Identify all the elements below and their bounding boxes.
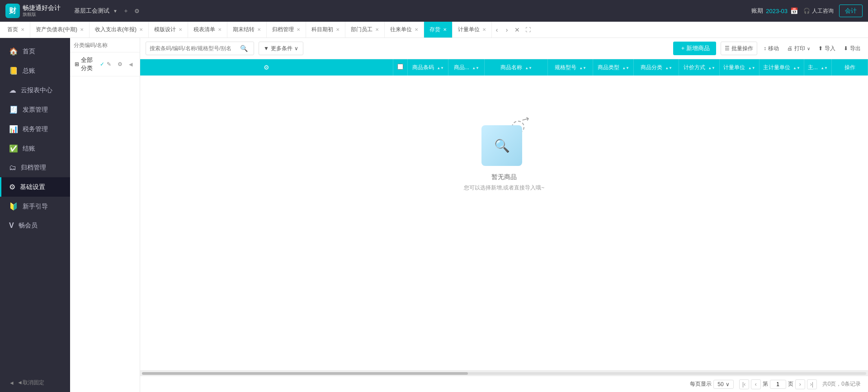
tab-tax-close[interactable]: ✕	[218, 27, 222, 32]
sidebar-item-tax[interactable]: 📊 税务管理	[0, 119, 70, 139]
sidebar: 🏠 首页 📒 总账 ☁ 云报表中心 🧾 发票管理 📊 税务管理 ✅ 结账 🗂 归…	[0, 38, 70, 392]
page-number-input[interactable]	[770, 380, 786, 389]
sort-category-icon[interactable]: ▲▼	[665, 66, 672, 70]
sidebar-item-archive[interactable]: 🗂 归档管理	[0, 158, 70, 177]
tab-home[interactable]: 首页 ✕	[2, 22, 30, 38]
tab-archive[interactable]: 归档管理 ✕	[267, 22, 306, 38]
category-settings-icon[interactable]: ⚙	[115, 60, 124, 69]
sort-unit-icon[interactable]: ▲▼	[748, 66, 755, 70]
sidebar-item-checkout[interactable]: ✅ 结账	[0, 139, 70, 158]
sidebar-item-settings[interactable]: ⚙ 基础设置	[0, 177, 70, 197]
main-content: 🔍 ▼ 更多条件 ∨ + 新增商品 ☰ 批量操作	[140, 38, 868, 392]
batch-button[interactable]: ☰ 批量操作	[721, 42, 757, 55]
calendar-icon[interactable]: 📅	[790, 7, 798, 14]
tab-contacts[interactable]: 往来单位 ✕	[385, 22, 424, 38]
tab-home-close[interactable]: ✕	[21, 27, 24, 32]
select-all-checkbox[interactable]	[397, 64, 403, 70]
sort-barcode-icon[interactable]: ▲▼	[437, 66, 444, 70]
page-first-btn[interactable]: |‹	[739, 379, 749, 389]
tab-period-end[interactable]: 期末结转 ✕	[227, 22, 267, 38]
sort-main-unit-icon[interactable]: ▲▼	[793, 66, 800, 70]
page-last-btn[interactable]: ›|	[807, 379, 817, 389]
filter-button[interactable]: ▼ 更多条件 ∨	[259, 42, 303, 55]
sidebar-checkout-label: 结账	[23, 145, 35, 153]
add-company-icon[interactable]: ＋	[123, 7, 129, 15]
sidebar-collapse-btn[interactable]: ◄ ◄取消固定	[0, 373, 70, 392]
category-panel: 🔍 ⊞ 全部分类 ✓ ✎ ⚙ ◀	[70, 38, 140, 392]
page-next-btn[interactable]: ›	[795, 379, 805, 389]
table-header-row: ⚙ 商品条码 ▲▼ 商品... ▲▼	[140, 59, 868, 76]
batch-icon: ☰	[725, 45, 730, 52]
sidebar-item-guide[interactable]: 🔰 新手引导	[0, 197, 70, 216]
tab-dept[interactable]: 部门员工 ✕	[345, 22, 385, 38]
tab-tax-label: 税表清单	[193, 26, 215, 33]
tab-contacts-close[interactable]: ✕	[415, 27, 418, 32]
th-checkbox[interactable]	[393, 59, 408, 76]
th-col3: 主... ▲▼	[804, 59, 831, 76]
sidebar-home-label: 首页	[23, 47, 35, 56]
sort-price-icon[interactable]: ▲▼	[708, 66, 715, 70]
export-button[interactable]: ⬇ 导出	[842, 42, 863, 55]
tab-next-btn[interactable]: ›	[502, 25, 512, 35]
tab-inventory[interactable]: 存货 ✕	[424, 22, 453, 38]
sidebar-item-invoice[interactable]: 🧾 发票管理	[0, 100, 70, 119]
sort-spec-icon[interactable]: ▲▼	[579, 66, 586, 70]
tab-tax[interactable]: 税表清单 ✕	[188, 22, 227, 38]
tab-template[interactable]: 模版设计 ✕	[149, 22, 188, 38]
print-button[interactable]: 🖨 打印 ∨	[785, 42, 812, 55]
tab-unit-close[interactable]: ✕	[482, 27, 486, 32]
th-settings[interactable]: ⚙	[140, 59, 393, 76]
invoice-icon: 🧾	[9, 105, 18, 114]
tab-period-end-close[interactable]: ✕	[257, 27, 261, 32]
company-selector[interactable]: 基层工会测试 ▼ ＋ ⚙	[74, 7, 746, 15]
app-header: 财 畅捷通好会计 旗舰版 基层工会测试 ▼ ＋ ⚙ 账期 2023-03 📅 🎧…	[0, 0, 868, 22]
print-caret-icon: ∨	[807, 46, 810, 51]
page-prev-btn[interactable]: ‹	[751, 379, 761, 389]
sort-name-icon[interactable]: ▲▼	[525, 66, 532, 70]
sidebar-item-home[interactable]: 🏠 首页	[0, 42, 70, 61]
tab-prev-btn[interactable]: ‹	[492, 25, 502, 35]
total-info: 共0页，0条记录	[822, 380, 861, 388]
export-icon: ⬇	[844, 45, 848, 52]
import-button[interactable]: ⬆ 导入	[816, 42, 837, 55]
consult-button[interactable]: 🎧 人工咨询	[803, 7, 834, 15]
tab-unit[interactable]: 计量单位 ✕	[453, 22, 492, 38]
category-edit-icon[interactable]: ✎	[104, 60, 113, 69]
tab-subject[interactable]: 科目期初 ✕	[306, 22, 345, 38]
category-header: ⊞ 全部分类 ✓ ✎ ⚙ ◀	[70, 52, 140, 76]
sort-col3-icon[interactable]: ▲▼	[821, 66, 828, 70]
sidebar-item-cloud-report[interactable]: ☁ 云报表中心	[0, 80, 70, 100]
horizontal-scrollbar[interactable]	[140, 370, 868, 376]
page-size-dropdown[interactable]: 50 ∨	[713, 380, 733, 389]
sort-type-icon[interactable]: ▲▼	[622, 66, 629, 70]
tab-inventory-close[interactable]: ✕	[443, 27, 447, 32]
scrollbar-thumb[interactable]	[142, 372, 468, 375]
tab-close-all-btn[interactable]: ✕	[512, 24, 523, 35]
account-button[interactable]: 会计	[839, 5, 863, 17]
sidebar-item-ledger[interactable]: 📒 总账	[0, 61, 70, 80]
tab-template-close[interactable]: ✕	[179, 27, 182, 32]
category-search-bar: 🔍	[70, 38, 140, 52]
tab-archive-close[interactable]: ✕	[297, 27, 300, 32]
tab-income[interactable]: 收入支出表(年报) ✕	[90, 22, 149, 38]
move-button[interactable]: ↕ 移动	[762, 42, 781, 55]
tab-expand-btn[interactable]: ⛶	[523, 24, 533, 35]
toolbar-search-icon[interactable]: 🔍	[240, 45, 248, 52]
add-product-button[interactable]: + 新增商品	[673, 42, 716, 55]
category-collapse-icon[interactable]: ◀	[126, 60, 135, 69]
settings-icon[interactable]: ⚙	[134, 8, 140, 14]
page-suffix: 页	[788, 380, 793, 388]
sidebar-archive-label: 归档管理	[21, 164, 46, 172]
tab-balance-close[interactable]: ✕	[80, 27, 84, 32]
tab-dept-close[interactable]: ✕	[375, 27, 379, 32]
content-wrapper: 🔍 ⊞ 全部分类 ✓ ✎ ⚙ ◀	[70, 38, 868, 392]
sidebar-item-member[interactable]: V 畅会员	[0, 216, 70, 235]
tab-balance-sheet[interactable]: 资产负债表(中期) ✕	[30, 22, 90, 38]
category-label: 全部分类	[81, 56, 98, 72]
toolbar-search-input[interactable]	[150, 45, 240, 52]
th-name: 商品名称 ▲▼	[485, 59, 548, 76]
tab-subject-close[interactable]: ✕	[336, 27, 340, 32]
category-search-input[interactable]	[74, 42, 142, 48]
tab-income-close[interactable]: ✕	[139, 27, 143, 32]
sort-code-icon[interactable]: ▲▼	[472, 66, 479, 70]
